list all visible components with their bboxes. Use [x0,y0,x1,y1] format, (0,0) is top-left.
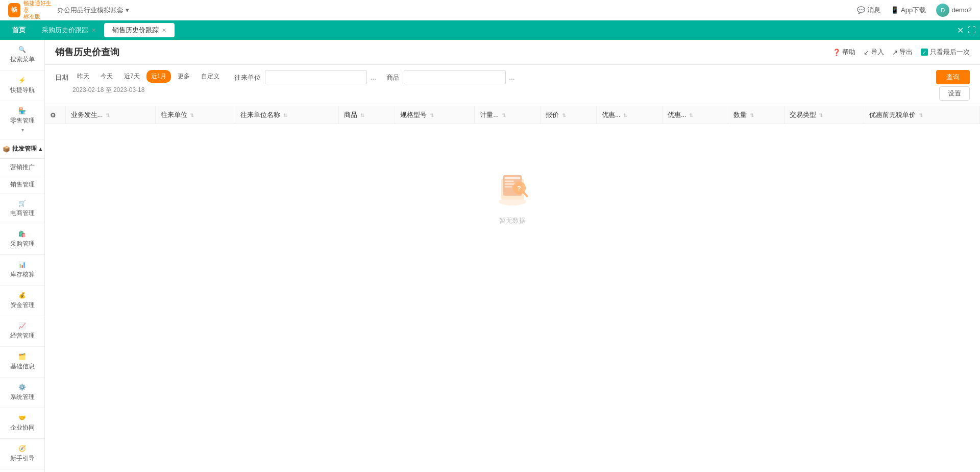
help-action[interactable]: ❓ 帮助 [832,48,855,57]
unit-dots-icon[interactable]: ... [370,73,376,81]
sidebar-item-system[interactable]: ⚙️ 系统管理 [0,377,44,408]
th-discount2[interactable]: 优惠... ⇅ [662,106,728,124]
page-header-actions: ❓ 帮助 ↙ 导入 ↗ 导出 只看最后一次 [832,48,970,63]
sidebar-item-sales-mgmt[interactable]: 销售管理 [0,176,44,194]
settings-button[interactable]: 设置 [939,86,970,101]
sort-arrows-pre-tax-price[interactable]: ⇅ [919,112,923,118]
sidebar-item-operation[interactable]: 📈 经营管理 [0,316,44,347]
sidebar-item-retail-mgmt[interactable]: 🏪 零售管理 ▾ [0,101,44,139]
sort-arrows-product[interactable]: ⇅ [360,112,364,118]
only-last-checkbox-area[interactable]: 只看最后一次 [921,48,970,57]
main-layout: 🔍 搜索菜单 ⚡ 快捷导航 🏪 零售管理 ▾ 📦 批发管理 ▴ 营销推广 销售管… [0,40,980,472]
sidebar-item-marketing[interactable]: 营销推广 [0,159,44,176]
svg-rect-3 [504,177,520,179]
sidebar-item-quick-nav[interactable]: ⚡ 快捷导航 [0,70,44,101]
tab-purchase-history[interactable]: 采购历史价跟踪 ✕ [34,23,104,37]
empty-illustration-icon: ? [489,165,535,211]
th-product[interactable]: 商品 ⇅ [339,106,395,124]
user-area[interactable]: D demo2 [936,4,972,17]
close-window-icon[interactable]: ✕ [957,26,964,35]
th-trade-type[interactable]: 交易类型 ⇅ [784,106,864,124]
fullscreen-icon[interactable]: ⛶ [968,26,976,35]
unit-input-group: ... [265,70,376,84]
sidebar-item-basic-info[interactable]: 🗂️ 基础信息 [0,347,44,377]
date-btn-today[interactable]: 今天 [96,70,117,83]
tab-home[interactable]: 首页 [4,23,34,37]
date-btn-custom[interactable]: 自定义 [197,70,224,83]
sidebar-item-ecommerce[interactable]: 🛒 电商管理 [0,194,44,224]
app-download-action[interactable]: 📱 App下载 [891,6,926,15]
top-bar: 畅 畅捷通好生意 标准版 办公用品行业模拟账套 ▾ 💬 消息 📱 App下载 D… [0,0,980,20]
svg-rect-4 [504,181,513,182]
system-icon: ⚙️ [18,384,26,391]
workspace-arrow-icon: ▾ [126,6,129,14]
sidebar-item-app-center[interactable]: 🔧 应用中心 [0,469,44,472]
query-button[interactable]: 查询 [936,70,970,84]
th-quoted-price[interactable]: 报价 ⇅ [541,106,596,124]
close-sales-tab-icon[interactable]: ✕ [162,27,166,34]
ecommerce-icon: 🛒 [18,200,26,207]
content-area: 销售历史价查询 ❓ 帮助 ↙ 导入 ↗ 导出 只看最后一次 [45,40,980,472]
tab-bar-right: ✕ ⛶ [957,26,976,35]
sidebar-item-guide[interactable]: 🧭 新手引导 [0,439,44,469]
sort-arrows-biz-date[interactable]: ⇅ [106,112,110,118]
sort-arrows-unit-name[interactable]: ⇅ [283,112,287,118]
date-btn-7days[interactable]: 近7天 [119,70,144,83]
chevron-down-icon: ▾ [21,127,24,133]
sidebar-item-search-menu[interactable]: 🔍 搜索菜单 [0,40,44,70]
sort-arrows-discount1[interactable]: ⇅ [623,112,627,118]
sidebar-section-wholesale[interactable]: 📦 批发管理 ▴ [0,139,44,159]
sidebar-item-purchase[interactable]: 🛍️ 采购管理 [0,224,44,255]
unit-input[interactable] [265,70,367,84]
th-spec[interactable]: 规格型号 ⇅ [395,106,474,124]
gear-icon[interactable]: ⚙ [50,111,56,119]
sort-arrows-unit[interactable]: ⇅ [502,112,506,118]
product-input-group: ... [404,70,515,84]
svg-text:?: ? [517,185,521,192]
help-icon: ❓ [832,49,841,56]
message-action[interactable]: 💬 消息 [857,6,880,15]
th-discount1[interactable]: 优惠... ⇅ [596,106,662,124]
logo-area: 畅 畅捷通好生意 标准版 [8,0,53,20]
app-download-icon: 📱 [891,6,899,14]
date-btn-more[interactable]: 更多 [173,70,194,83]
retail-icon: 🏪 [18,107,26,114]
th-pre-tax-price[interactable]: 优惠前无税单价 ⇅ [864,106,979,124]
sidebar-item-collab[interactable]: 🤝 企业协同 [0,408,44,439]
product-label: 商品 [386,70,400,82]
th-unit-code[interactable]: 往来单位 ⇅ [155,106,235,124]
th-settings[interactable]: ⚙ [45,106,65,124]
unit-label: 往来单位 [234,70,261,82]
wholesale-icon: 📦 [3,146,10,153]
empty-area: ? 暂无数据 [45,124,980,266]
tab-sales-history[interactable]: 销售历史价跟踪 ✕ [104,23,175,37]
th-qty[interactable]: 数量 ⇅ [728,106,784,124]
sort-arrows-discount2[interactable]: ⇅ [689,112,693,118]
product-dots-icon[interactable]: ... [509,73,515,81]
sort-arrows-spec[interactable]: ⇅ [430,112,434,118]
only-last-checkbox[interactable] [921,49,928,56]
sort-arrows-trade-type[interactable]: ⇅ [819,112,823,118]
workspace-selector[interactable]: 办公用品行业模拟账套 ▾ [57,6,129,15]
nav-icon: ⚡ [18,77,26,84]
date-label: 日期 [55,70,68,82]
sidebar-item-inventory[interactable]: 📊 库存核算 [0,255,44,286]
product-input[interactable] [404,70,506,84]
sort-arrows-unit-code[interactable]: ⇅ [190,112,194,118]
sort-arrows-qty[interactable]: ⇅ [750,112,754,118]
sidebar-item-finance[interactable]: 💰 资金管理 [0,286,44,316]
close-purchase-tab-icon[interactable]: ✕ [91,27,96,34]
date-btn-yesterday[interactable]: 昨天 [72,70,94,83]
date-buttons: 昨天 今天 近7天 近1月 更多 自定义 [72,70,224,83]
export-action[interactable]: ↗ 导出 [892,48,913,57]
page-header: 销售历史价查询 ❓ 帮助 ↙ 导入 ↗ 导出 只看最后一次 [45,40,980,65]
table-body: ? 暂无数据 [45,124,980,267]
th-unit[interactable]: 计量... ⇅ [475,106,541,124]
sort-arrows-quoted-price[interactable]: ⇅ [562,112,566,118]
th-unit-name[interactable]: 往来单位名称 ⇅ [235,106,338,124]
th-biz-date[interactable]: 业务发生... ⇅ [65,106,155,124]
operation-icon: 📈 [18,322,26,329]
chevron-up-icon: ▴ [39,146,42,153]
date-btn-1month[interactable]: 近1月 [146,70,172,83]
import-action[interactable]: ↙ 导入 [864,48,884,57]
